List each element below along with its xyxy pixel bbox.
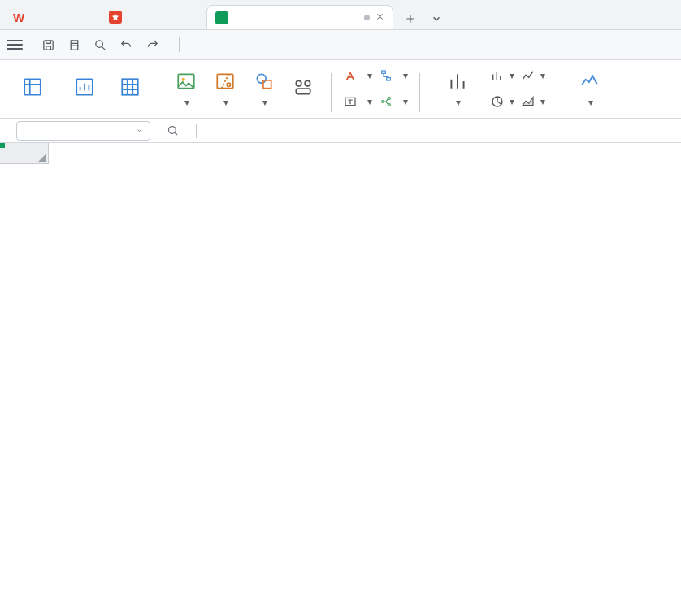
textbox-button[interactable]: ▾ <box>340 91 375 112</box>
wordart-button[interactable]: ▾ <box>340 65 375 86</box>
pivot-chart-button[interactable] <box>59 65 111 114</box>
tab-template-store[interactable] <box>101 5 202 29</box>
svg-point-19 <box>388 98 391 100</box>
svg-rect-17 <box>387 78 391 80</box>
svg-rect-14 <box>296 89 310 94</box>
sparkline-button[interactable]: ▾ <box>566 65 614 114</box>
svg-rect-1 <box>71 46 78 50</box>
pivot-table-button[interactable] <box>7 65 59 114</box>
formula-bar <box>0 119 681 143</box>
undo-icon[interactable] <box>117 36 135 54</box>
svg-rect-3 <box>24 79 41 95</box>
title-bar: W <box>0 0 681 29</box>
svg-point-2 <box>95 40 102 47</box>
textbox-icon <box>343 94 358 109</box>
separator <box>419 73 420 112</box>
save-icon[interactable] <box>39 36 57 54</box>
svg-point-10 <box>257 74 266 83</box>
wps-logo-icon: W <box>13 11 24 24</box>
icons-button[interactable] <box>284 65 323 114</box>
picture-button[interactable]: ▾ <box>167 65 206 114</box>
chart-bar-button[interactable]: ▾ <box>487 65 518 86</box>
tab-close-button[interactable] <box>375 12 384 24</box>
unsaved-dot-icon <box>364 15 370 20</box>
flowchart-button[interactable]: ▾ <box>375 65 411 86</box>
separator <box>158 73 158 112</box>
spreadsheet-badge-icon <box>215 11 228 24</box>
spreadsheet-grid <box>0 143 681 616</box>
svg-point-13 <box>305 80 310 86</box>
ribbon-insert: ▾ ▾ ▾ ▾ ▾ ▾ ▾ <box>0 60 681 119</box>
menu-bar <box>0 29 681 60</box>
tab-overflow-button[interactable] <box>427 8 445 29</box>
mindmap-button[interactable]: ▾ <box>375 91 411 112</box>
shapes-button[interactable]: ▾ <box>245 65 284 114</box>
svg-point-18 <box>382 101 384 103</box>
docer-icon <box>109 11 122 24</box>
cancel-formula-icon[interactable] <box>165 124 180 138</box>
svg-rect-16 <box>382 71 386 73</box>
redo-icon[interactable] <box>143 36 161 54</box>
preview-icon[interactable] <box>91 36 109 54</box>
mindmap-icon <box>379 94 393 109</box>
tab-workbook-active[interactable] <box>206 5 393 29</box>
svg-rect-0 <box>43 40 52 49</box>
chart-line-button[interactable]: ▾ <box>518 65 549 86</box>
quick-access-toolbar <box>39 36 169 54</box>
all-charts-button[interactable]: ▾ <box>428 65 487 114</box>
separator <box>557 73 557 112</box>
corner-triangle-icon <box>38 154 46 162</box>
table-button[interactable] <box>111 65 150 114</box>
chevron-down-icon <box>136 125 143 137</box>
chart-area-button[interactable]: ▾ <box>518 91 549 112</box>
svg-point-9 <box>227 83 230 86</box>
new-tab-button[interactable] <box>398 8 423 29</box>
svg-point-20 <box>388 104 391 106</box>
hamburger-menu-icon[interactable] <box>7 37 23 53</box>
chart-pie-button[interactable]: ▾ <box>487 91 518 112</box>
svg-point-7 <box>182 78 185 81</box>
wordart-icon <box>343 68 358 83</box>
svg-point-12 <box>296 80 301 86</box>
separator <box>331 73 332 112</box>
flowchart-icon <box>379 68 393 83</box>
select-all-corner[interactable] <box>0 143 49 164</box>
svg-rect-5 <box>122 79 138 95</box>
svg-point-22 <box>168 127 176 134</box>
separator <box>179 37 180 52</box>
screenshot-button[interactable]: ▾ <box>206 65 245 114</box>
app-tab-wps[interactable]: W <box>5 5 96 29</box>
print-icon[interactable] <box>65 36 83 54</box>
name-box[interactable] <box>16 121 150 141</box>
